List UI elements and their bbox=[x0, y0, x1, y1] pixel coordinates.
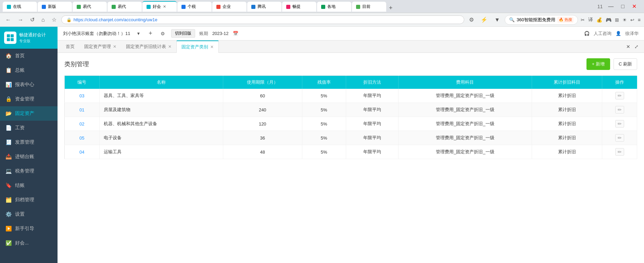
browser-tab-1[interactable]: 在线 bbox=[3, 2, 37, 12]
sidebar-item-salary[interactable]: 📄 工资 bbox=[0, 121, 58, 135]
sidebar-item-home[interactable]: 🏠 首页 bbox=[0, 49, 58, 63]
search-bar[interactable]: 🔍 360智能抠图免费用 🔥 热搜 bbox=[505, 15, 578, 25]
archive-icon: 🗂️ bbox=[5, 197, 12, 203]
sidebar-item-fixed[interactable]: 📂 固定资产 bbox=[0, 106, 58, 121]
minimize-button[interactable]: — bbox=[606, 2, 616, 11]
wallet-icon[interactable]: 💰 bbox=[596, 17, 602, 23]
tab-categories[interactable]: 固定资产类别 ✕ bbox=[176, 40, 219, 53]
new-tab-button[interactable]: + bbox=[387, 4, 395, 12]
cell-code-1: 01 bbox=[65, 103, 100, 117]
cell-rate-2: 5% bbox=[302, 117, 346, 131]
brightness-icon[interactable]: ☀ bbox=[622, 17, 627, 23]
switch-version-button[interactable]: 切到旧版 bbox=[171, 29, 195, 38]
sidebar-item-invoice[interactable]: 🧾 发票管理 bbox=[0, 135, 58, 150]
user-dropdown-button[interactable]: ▼ bbox=[134, 30, 142, 37]
grid-icon[interactable]: ⊞ bbox=[615, 17, 619, 23]
close-all-tabs-button[interactable]: ✕ bbox=[624, 43, 632, 51]
dropdown-button[interactable]: ▼ bbox=[492, 15, 502, 24]
home-icon: 🏠 bbox=[5, 53, 12, 59]
sidebar-item-ledger[interactable]: 📋 总账 bbox=[0, 63, 58, 77]
history-icon[interactable]: ↩ bbox=[630, 17, 634, 23]
tab-categories-label: 固定资产类别 bbox=[181, 44, 208, 50]
cell-method-3: 年限平均 bbox=[346, 131, 399, 145]
tab-fixed-assets-close[interactable]: ✕ bbox=[113, 44, 116, 49]
add-account-button[interactable]: + bbox=[147, 28, 154, 38]
sidebar-item-goodhome[interactable]: ✅ 好会... bbox=[0, 236, 58, 250]
tab-depreciation-stats-close[interactable]: ✕ bbox=[168, 44, 172, 49]
reload-button[interactable]: ↺ bbox=[28, 15, 37, 24]
search-text: 360智能抠图免费用 bbox=[517, 17, 555, 23]
sidebar-item-checkout[interactable]: 🔖 结账 bbox=[0, 178, 58, 193]
browser-tab-11[interactable]: 目前 bbox=[352, 2, 386, 12]
category-table: 编号 名称 使用期限（月） 残值率 折旧方法 费用科目 累计折旧科目 操作 03… bbox=[64, 75, 637, 159]
code-link-4[interactable]: 04 bbox=[79, 150, 84, 155]
edit-button-4[interactable]: ✏ bbox=[615, 148, 624, 156]
maximize-button[interactable]: □ bbox=[619, 2, 627, 11]
browser-tab-2[interactable]: 新版 bbox=[38, 2, 72, 12]
sidebar: 畅捷通好会计 专业版 🏠 首页 📋 总账 📊 报表中心 🔒 资金管理 � bbox=[0, 27, 58, 263]
cell-action-0: ✏ bbox=[602, 89, 637, 103]
edit-button-3[interactable]: ✏ bbox=[615, 134, 624, 142]
logo-icon bbox=[4, 32, 16, 44]
add-category-button[interactable]: + 新增 bbox=[586, 58, 610, 70]
tab-fixed-assets[interactable]: 固定资产管理 ✕ bbox=[79, 41, 121, 52]
sidebar-item-label-home: 首页 bbox=[15, 53, 25, 59]
browser-tab-8[interactable]: 腾讯 bbox=[247, 2, 281, 12]
browser-tab-9[interactable]: 畅提 bbox=[282, 2, 316, 12]
lightning-button[interactable]: ⚡ bbox=[479, 15, 490, 24]
browser-tab-label-9: 畅提 bbox=[292, 4, 301, 10]
sidebar-item-label-checkout: 结账 bbox=[15, 182, 25, 189]
tab-favicon-10 bbox=[321, 5, 325, 9]
translate-icon[interactable]: 译 bbox=[588, 17, 593, 23]
browser-tab-3[interactable]: 易代 bbox=[73, 2, 107, 12]
edit-button-2[interactable]: ✏ bbox=[615, 120, 624, 128]
refresh-button[interactable]: C 刷新 bbox=[614, 58, 637, 70]
sidebar-item-purchasesale[interactable]: 📥 进销台账 bbox=[0, 150, 58, 164]
tab-favicon-7 bbox=[216, 5, 220, 9]
cell-name-1: 房屋及建筑物 bbox=[99, 103, 223, 117]
calendar-icon[interactable]: 📅 bbox=[233, 31, 238, 36]
sidebar-item-label-tax: 税务管理 bbox=[15, 168, 34, 174]
browser-tab-close-5[interactable]: ✕ bbox=[163, 4, 166, 9]
browser-tab-label-7: 企业 bbox=[223, 4, 231, 10]
back-button[interactable]: ← bbox=[3, 15, 13, 24]
code-link-2[interactable]: 02 bbox=[79, 121, 84, 127]
browser-tab-6[interactable]: 个税 bbox=[177, 2, 212, 12]
bookmark-button[interactable]: ☆ bbox=[50, 15, 59, 24]
tab-favicon-2 bbox=[42, 5, 46, 9]
sidebar-item-tax[interactable]: 💻 税务管理 bbox=[0, 164, 58, 178]
cell-action-4: ✏ bbox=[602, 145, 637, 159]
forward-button[interactable]: → bbox=[16, 15, 25, 24]
code-link-3[interactable]: 05 bbox=[79, 135, 84, 141]
sidebar-item-label-fixed: 固定资产 bbox=[15, 110, 34, 117]
sidebar-item-archive[interactable]: 🗂️ 归档管理 bbox=[0, 193, 58, 207]
browser-tab-7[interactable]: 企业 bbox=[212, 2, 247, 12]
settings-gear-button[interactable]: ⚙ bbox=[159, 29, 167, 38]
code-link-1[interactable]: 01 bbox=[79, 107, 84, 112]
games-icon[interactable]: 🎮 bbox=[606, 17, 611, 23]
sidebar-item-settings[interactable]: ⚙️ 设置 bbox=[0, 207, 58, 222]
browser-tab-4[interactable]: 易代 bbox=[108, 2, 142, 12]
close-button[interactable]: ✕ bbox=[630, 2, 639, 11]
cut-icon[interactable]: ✂ bbox=[581, 17, 585, 23]
menu-icon[interactable]: ≡ bbox=[638, 17, 641, 23]
sidebar-item-label-purchasesale: 进销台账 bbox=[15, 154, 34, 160]
edit-button-1[interactable]: ✏ bbox=[615, 106, 624, 113]
sidebar-item-guide[interactable]: ▶️ 新手引导 bbox=[0, 222, 58, 236]
tab-depreciation-stats[interactable]: 固定资产折旧统计表 ✕ bbox=[121, 41, 176, 52]
edit-button-0[interactable]: ✏ bbox=[615, 92, 624, 99]
browser-tab-10[interactable]: 各地 bbox=[317, 2, 351, 12]
tab-home[interactable]: 首页 bbox=[61, 41, 79, 52]
address-bar[interactable]: 🔒 https://cloud.chanjet.com/accounting/u… bbox=[61, 15, 465, 24]
consult-label[interactable]: 人工咨询 bbox=[594, 31, 611, 37]
sidebar-item-capital[interactable]: 🔒 资金管理 bbox=[0, 92, 58, 106]
tab-categories-close[interactable]: ✕ bbox=[210, 45, 214, 49]
home-button[interactable]: ⌂ bbox=[39, 15, 47, 24]
sidebar-item-label-invoice: 发票管理 bbox=[15, 139, 34, 145]
sidebar-item-report[interactable]: 📊 报表中心 bbox=[0, 77, 58, 92]
extensions-button[interactable]: ⚙ bbox=[467, 15, 476, 24]
code-link-0[interactable]: 03 bbox=[79, 93, 84, 98]
expand-button[interactable]: ⤢ bbox=[632, 43, 641, 51]
browser-tab-5[interactable]: 好会 ✕ bbox=[142, 1, 177, 12]
tab-fixed-assets-label: 固定资产管理 bbox=[84, 44, 111, 50]
